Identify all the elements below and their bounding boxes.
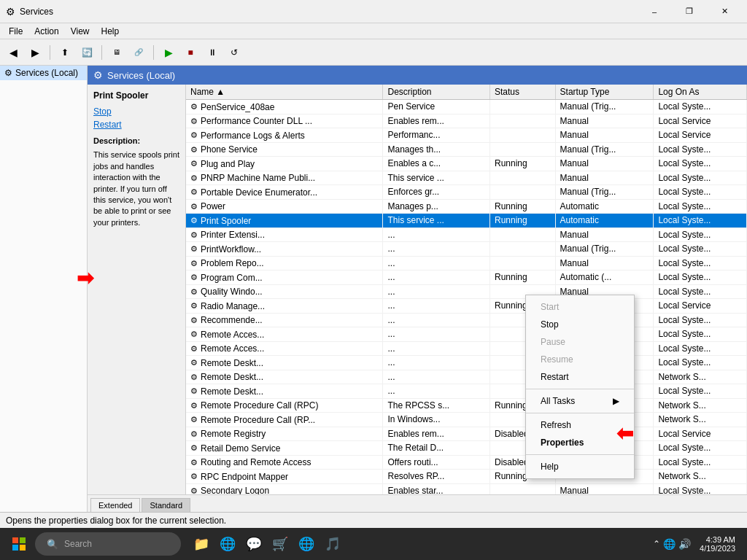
taskbar-app2[interactable]: 🛒 bbox=[268, 532, 292, 556]
table-container[interactable]: Name ▲ Description Status Startup Type L… bbox=[186, 85, 747, 494]
cell-desc: ... bbox=[383, 299, 490, 314]
toolbar-refresh[interactable]: 🔄 bbox=[77, 42, 97, 63]
table-row[interactable]: ⚙PrintWorkflow... ... Manual (Trig... Lo… bbox=[186, 242, 747, 257]
cell-name: ⚙Print Spooler bbox=[186, 214, 383, 228]
cell-logon: Local Syste... bbox=[654, 483, 747, 494]
close-button[interactable]: ✕ bbox=[708, 0, 741, 23]
table-row[interactable]: ⚙Program Com... ... Running Automatic (.… bbox=[186, 271, 747, 285]
cell-logon: Local Syste... bbox=[654, 327, 747, 342]
ctx-all-tasks[interactable]: All Tasks ▶ bbox=[526, 392, 634, 410]
table-row[interactable]: ⚙Problem Repo... ... Manual Local Syste.… bbox=[186, 256, 747, 271]
cell-desc: ... bbox=[383, 313, 490, 327]
table-row[interactable]: ⚙Recommende... ... Manual Local Syste... bbox=[186, 313, 747, 327]
col-name[interactable]: Name ▲ bbox=[186, 85, 383, 100]
col-logon[interactable]: Log On As bbox=[654, 85, 747, 100]
menu-file[interactable]: File bbox=[3, 25, 28, 38]
cell-desc: Enforces gr... bbox=[383, 185, 490, 200]
tray-chevron[interactable]: ⌃ bbox=[653, 539, 660, 549]
toolbar-stop-service[interactable]: ■ bbox=[180, 42, 201, 63]
table-row[interactable]: ⚙Performance Logs & Alerts Performanc...… bbox=[186, 128, 747, 143]
header-bar: ⚙ Services (Local) bbox=[88, 66, 747, 85]
cell-status bbox=[490, 128, 556, 143]
taskbar-explorer[interactable]: 📁 bbox=[190, 532, 213, 556]
restart-link[interactable]: Restart bbox=[93, 120, 179, 130]
tab-standard[interactable]: Standard bbox=[142, 498, 190, 512]
toolbar-back[interactable]: ◀ bbox=[3, 42, 23, 63]
table-row[interactable]: ⚙PenService_408ae Pen Service Manual (Tr… bbox=[186, 100, 747, 114]
cell-name: ⚙Performance Logs & Alerts bbox=[186, 128, 383, 143]
cell-name: ⚙Program Com... bbox=[186, 271, 383, 285]
col-startup[interactable]: Startup Type bbox=[555, 85, 654, 100]
table-row[interactable]: ⚙Plug and Play Enables a c... Running Ma… bbox=[186, 157, 747, 171]
table-row[interactable]: ⚙Remote Registry Enables rem... Disabled… bbox=[186, 427, 747, 441]
menu-view[interactable]: View bbox=[65, 25, 96, 38]
taskbar-search-box[interactable]: 🔍 Search bbox=[35, 532, 181, 556]
cell-name: ⚙Remote Deskt... bbox=[186, 384, 383, 399]
ctx-help[interactable]: Help bbox=[526, 458, 634, 475]
table-row[interactable]: ⚙Retail Demo Service The Retail D... Man… bbox=[186, 441, 747, 456]
table-row[interactable]: ⚙Quality Windo... ... Manual Local Syste… bbox=[186, 284, 747, 299]
header-title: Services (Local) bbox=[107, 70, 175, 81]
start-button[interactable] bbox=[6, 531, 32, 557]
windows-logo-icon bbox=[12, 537, 26, 551]
taskbar-app4[interactable]: 🎵 bbox=[321, 532, 344, 556]
ctx-restart[interactable]: Restart bbox=[526, 368, 634, 386]
ctx-all-tasks-arrow: ▶ bbox=[613, 396, 619, 406]
minimize-button[interactable]: – bbox=[638, 0, 671, 23]
toolbar-restart-service[interactable]: ↺ bbox=[224, 42, 244, 63]
tray-network[interactable]: 🌐 bbox=[663, 538, 676, 550]
cell-desc: ... bbox=[383, 370, 490, 384]
toolbar-start-service[interactable]: ▶ bbox=[158, 42, 179, 63]
taskbar-clock[interactable]: 4:39 AM 4/19/2023 bbox=[694, 535, 741, 553]
table-row[interactable]: ⚙Secondary Logon Enables star... Manual … bbox=[186, 483, 747, 494]
menu-help[interactable]: Help bbox=[96, 25, 125, 38]
table-row[interactable]: ⚙Power Manages p... Running Automatic Lo… bbox=[186, 199, 747, 214]
toolbar-up[interactable]: ⬆ bbox=[55, 42, 75, 63]
service-icon: ⚙ bbox=[190, 216, 198, 225]
table-row[interactable]: ⚙Phone Service Manages th... Manual (Tri… bbox=[186, 142, 747, 157]
cell-name: ⚙Remote Deskt... bbox=[186, 370, 383, 384]
table-row[interactable]: ⚙Print Spooler This service ... Running … bbox=[186, 214, 747, 228]
tab-extended[interactable]: Extended bbox=[90, 498, 140, 512]
table-row[interactable]: ⚙Radio Manage... ... Running Manual Loca… bbox=[186, 299, 747, 314]
toolbar-show-hide[interactable]: 🖥 bbox=[107, 42, 127, 63]
table-row[interactable]: ⚙Portable Device Enumerator... Enforces … bbox=[186, 185, 747, 200]
table-row[interactable]: ⚙Remote Procedure Call (RPC) The RPCSS s… bbox=[186, 398, 747, 413]
toolbar-pause-service[interactable]: ⏸ bbox=[202, 42, 222, 63]
window-icon: ⚙ bbox=[6, 6, 15, 18]
cell-name: ⚙Secondary Logon bbox=[186, 483, 383, 494]
menu-action[interactable]: Action bbox=[28, 25, 64, 38]
table-row[interactable]: ⚙RPC Endpoint Mapper Resolves RP... Runn… bbox=[186, 470, 747, 484]
nav-item-services-local[interactable]: ⚙ Services (Local) bbox=[0, 66, 87, 80]
tray-volume[interactable]: 🔊 bbox=[678, 538, 691, 550]
table-row[interactable]: ⚙Routing and Remote Access Offers routi.… bbox=[186, 455, 747, 470]
table-row[interactable]: ⚙Remote Acces... ... Manual Local Syste.… bbox=[186, 341, 747, 356]
arrow-annotation-left: ➡ bbox=[88, 266, 93, 290]
stop-link[interactable]: Stop bbox=[93, 106, 179, 117]
ctx-stop[interactable]: Stop bbox=[526, 316, 634, 333]
table-row[interactable]: ⚙Printer Extensi... ... Manual Local Sys… bbox=[186, 228, 747, 242]
table-row[interactable]: ⚙PNRP Machine Name Publi... This service… bbox=[186, 171, 747, 185]
ctx-start[interactable]: Start bbox=[526, 298, 634, 316]
taskbar-app3[interactable]: 🌐 bbox=[295, 532, 318, 556]
toolbar-forward[interactable]: ▶ bbox=[25, 42, 45, 63]
cell-logon: Local Syste... bbox=[654, 384, 747, 399]
table-row[interactable]: ⚙Remote Deskt... ... Manual Local Syste.… bbox=[186, 384, 747, 399]
ctx-resume[interactable]: Resume bbox=[526, 351, 634, 368]
col-desc[interactable]: Description bbox=[383, 85, 490, 100]
cell-status: Running bbox=[490, 157, 556, 171]
ctx-pause[interactable]: Pause bbox=[526, 333, 634, 351]
toolbar-connect[interactable]: 🔗 bbox=[128, 42, 149, 63]
maximize-button[interactable]: ❐ bbox=[673, 0, 706, 23]
col-status[interactable]: Status bbox=[490, 85, 556, 100]
taskbar-chrome[interactable]: 🌐 bbox=[216, 532, 239, 556]
table-row[interactable]: ⚙Performance Counter DLL ... Enables rem… bbox=[186, 114, 747, 128]
svg-rect-1 bbox=[20, 537, 26, 543]
cell-logon: Local Syste... bbox=[654, 441, 747, 456]
taskbar-app1[interactable]: 💬 bbox=[242, 532, 266, 556]
table-row[interactable]: ⚙Remote Procedure Call (RP... In Windows… bbox=[186, 413, 747, 427]
table-row[interactable]: ⚙Remote Deskt... ... Manual Local Syste.… bbox=[186, 356, 747, 370]
table-row[interactable]: ⚙Remote Acces... ... Manual Local Syste.… bbox=[186, 327, 747, 342]
service-icon: ⚙ bbox=[190, 401, 198, 411]
table-row[interactable]: ⚙Remote Deskt... ... Manual Network S... bbox=[186, 370, 747, 384]
